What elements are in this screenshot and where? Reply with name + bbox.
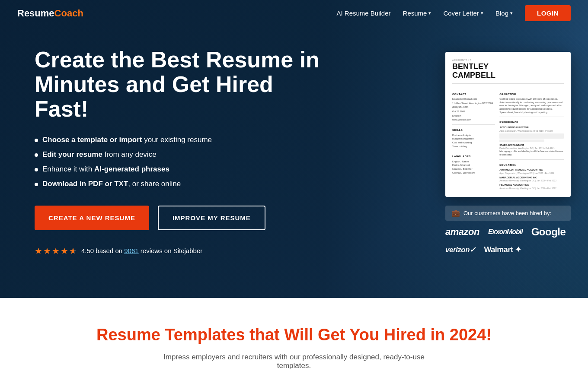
nav-ai-resume-builder[interactable]: AI Resume Builder xyxy=(337,10,391,17)
rating-text: 4.50 based on 9061 reviews on Sitejabber xyxy=(81,247,202,254)
walmart-logo: Walmart ✦ xyxy=(484,245,521,254)
rc-objective-title: OBJECTIVE xyxy=(499,92,564,96)
nav-resume[interactable]: Resume ▾ xyxy=(403,10,431,17)
bullet-dot xyxy=(35,183,38,186)
rc-linkedin: LinkedIn xyxy=(452,114,495,118)
rc-exp-company-0: Apex Corporation, Washington DC | Feb 20… xyxy=(499,130,564,133)
rc-lang-3: German / Elementary xyxy=(452,171,495,175)
rc-experience-title: EXPERIENCE xyxy=(499,120,564,124)
rc-edu-school-2: American University, Washington DC | Jan… xyxy=(499,187,564,190)
rc-edu-degree-0: ADVANCED FINANCIAL ACCOUNTING xyxy=(499,168,564,172)
rc-edu-school-0: Apex Corporation, Washington DC | Jan 20… xyxy=(499,172,564,175)
exxonmobil-logo: ExxonMobil xyxy=(488,228,523,236)
bullet-1: Choose a template or import your existin… xyxy=(35,136,320,144)
templates-title: Resume Templates that Will Get You Hired… xyxy=(17,326,571,344)
bullet-dot xyxy=(35,153,38,157)
rc-education-title: EDUCATION xyxy=(499,163,564,167)
sitejabber-link[interactable]: 9061 xyxy=(124,247,138,254)
hero-left: Create the Best Resume in Minutes and Ge… xyxy=(35,48,320,256)
rc-body: CONTACT b.campbell@gmail.com 11 Allen St… xyxy=(452,89,564,190)
rc-exp-company-1: Davis Corporation, Washington DC | Jan 2… xyxy=(499,147,564,150)
rc-address: 11 Allen Street, Washington DC 20009 xyxy=(452,102,495,105)
briefcase-icon: 💼 xyxy=(451,209,460,217)
rc-edu-school-1: American University, Washington DC | Jan… xyxy=(499,179,564,182)
rc-contact-title: CONTACT xyxy=(452,92,495,96)
verizon-logo: verizon✓ xyxy=(445,245,476,254)
templates-subtitle: Impress employers and recruiters with ou… xyxy=(147,353,441,370)
star-5: ★ ★ xyxy=(69,246,77,256)
rc-skills-title: SKILLS xyxy=(452,128,495,132)
rc-languages-title: LANGUAGES xyxy=(452,155,495,158)
rc-exp-desc-1: Managing profits and dealing in all the … xyxy=(499,150,564,156)
nav-blog[interactable]: Blog ▾ xyxy=(495,10,513,17)
rc-website: www.website.com xyxy=(452,118,495,122)
hero-rating: ★ ★ ★ ★ ★ ★ 4.50 based on 9061 reviews o… xyxy=(35,246,320,256)
rc-skill-0: Business Analysis xyxy=(452,134,495,137)
rc-lang-2: Spanish / Beginner xyxy=(452,168,495,171)
navbar: ResumeCoach AI Resume Builder Resume ▾ C… xyxy=(0,0,588,26)
chevron-down-icon: ▾ xyxy=(510,10,513,16)
bullet-dot xyxy=(35,139,38,142)
star-rating: ★ ★ ★ ★ ★ ★ xyxy=(35,246,77,256)
hero-section: Create the Best Resume in Minutes and Ge… xyxy=(0,0,588,298)
rc-job-label: ACCOUNTANT xyxy=(452,59,564,62)
logo[interactable]: ResumeCoach xyxy=(17,8,83,19)
templates-section: Resume Templates that Will Get You Hired… xyxy=(0,298,588,371)
rc-objective-text: Certified public accountant with 10 year… xyxy=(499,98,564,114)
hero-title: Create the Best Resume in Minutes and Ge… xyxy=(35,48,320,122)
rc-left-col: CONTACT b.campbell@gmail.com 11 Allen St… xyxy=(452,89,495,190)
rc-exp-title-1: STAFF ACCOUNTANT xyxy=(499,144,564,147)
rc-lang-1: Hindi / Advanced xyxy=(452,164,495,167)
bullet-dot xyxy=(35,168,38,171)
hired-badge: 💼 Our customers have been hired by: xyxy=(445,206,571,221)
rc-phone: (202) 984-0311 xyxy=(452,106,495,109)
hero-content: Create the Best Resume in Minutes and Ge… xyxy=(0,0,588,282)
rc-name: BENTLEY CAMPBELL xyxy=(452,63,564,84)
rc-skill-1: Budget management xyxy=(452,137,495,141)
nav-links: AI Resume Builder Resume ▾ Cover Letter … xyxy=(337,5,571,21)
rc-email: b.campbell@gmail.com xyxy=(452,98,495,101)
improve-resume-button[interactable]: IMPROVE MY RESUME xyxy=(158,206,265,230)
chevron-down-icon: ▾ xyxy=(428,10,431,16)
rc-skill-2: Cost and reporting xyxy=(452,141,495,145)
nav-cover-letter[interactable]: Cover Letter ▾ xyxy=(443,10,483,17)
star-3: ★ xyxy=(52,246,60,256)
google-logo: Google xyxy=(531,226,566,238)
rc-edu-degree-2: FINANCIAL ACCOUNTING xyxy=(499,184,564,187)
bullet-4: Download in PDF or TXT, or share online xyxy=(35,180,320,188)
rc-exp-desc-0b xyxy=(499,140,544,142)
hired-section: 💼 Our customers have been hired by: amaz… xyxy=(445,206,571,254)
login-button[interactable]: LOGIN xyxy=(525,5,571,21)
hero-buttons: CREATE A NEW RESUME IMPROVE MY RESUME xyxy=(35,206,320,230)
company-logos: amazon ExxonMobil Google verizon✓ Walmar… xyxy=(445,226,571,254)
rc-edu-degree-1: MANAGERIAL ACCOUNTING INC xyxy=(499,176,564,180)
rc-skill-3: Team building xyxy=(452,145,495,149)
bullet-2: Edit your resume from any device xyxy=(35,150,320,159)
star-2: ★ xyxy=(43,246,51,256)
resume-preview-card: ACCOUNTANT BENTLEY CAMPBELL CONTACT b.ca… xyxy=(445,52,571,197)
amazon-logo: amazon xyxy=(445,226,479,238)
rc-right-col: OBJECTIVE Certified public accountant wi… xyxy=(499,89,564,190)
bullet-3: Enhance it with AI-generated phrases xyxy=(35,165,320,174)
chevron-down-icon: ▾ xyxy=(481,10,483,16)
star-1: ★ xyxy=(35,246,42,256)
logo-text: ResumeCoach xyxy=(17,8,83,19)
star-4: ★ xyxy=(61,246,68,256)
hero-right: ACCOUNTANT BENTLEY CAMPBELL CONTACT b.ca… xyxy=(445,48,571,254)
hero-bullets: Choose a template or import your existin… xyxy=(35,136,320,188)
rc-lang-0: English / Native xyxy=(452,160,495,164)
rc-dob: Oct 22 1997 xyxy=(452,110,495,114)
create-resume-button[interactable]: CREATE A NEW RESUME xyxy=(35,206,149,230)
rc-exp-title-0: ACCOUNTING DIRECTOR xyxy=(499,126,564,130)
rc-exp-desc-0 xyxy=(499,133,564,139)
